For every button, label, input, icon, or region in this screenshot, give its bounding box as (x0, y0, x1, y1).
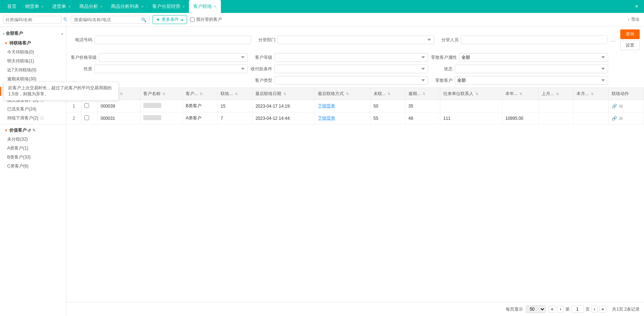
nature-select[interactable] (94, 65, 248, 73)
payment-select[interactable] (274, 65, 428, 73)
filter-row-1: 电话号码 分管部门 分管人员 … 查询 设置 (71, 29, 640, 50)
row2-link-icon[interactable]: 🔗 (612, 116, 617, 121)
current-page-input[interactable] (571, 306, 584, 313)
sidebar-item-class-c[interactable]: C类客户(6) (0, 162, 66, 171)
search-magnifier-icon[interactable]: 🔍 (141, 17, 147, 22)
nav-product-analysis-list[interactable]: 商品分析列表 × (107, 0, 148, 13)
uncontacted-header[interactable]: 未联... ⇅ (370, 88, 405, 100)
filter-row-2: 客户价格等级 客户等级 零散客户属性 全部 (71, 53, 640, 62)
my-customers-checkbox-area[interactable]: 我分管的客户 (190, 16, 222, 23)
query-button[interactable]: 查询 (620, 29, 640, 39)
filter-retail-customer-field: 零散客户 全部 (431, 76, 608, 85)
sidebar-item-class-a[interactable]: A类客户(1) (0, 144, 66, 153)
edit-icon[interactable]: ✎ (32, 128, 36, 133)
row2-contact-method-link[interactable]: 下销货单 (318, 115, 335, 121)
export-button[interactable]: ↑ 导出 (627, 16, 640, 23)
row2-checkbox-cell[interactable] (82, 112, 98, 124)
row1-type: B类客户 (183, 100, 218, 112)
manager-input[interactable] (461, 36, 607, 44)
chevron-up-icon: ▲ (180, 18, 184, 22)
per-page-select[interactable]: 50 20 100 (526, 305, 546, 313)
prev-page-button[interactable]: ‹ (557, 306, 564, 313)
nav-sales-order[interactable]: 销货单 × (21, 0, 48, 13)
sidebar-item-today-pending[interactable]: 今天待联络(0) (0, 48, 66, 57)
filter-row-4: ... 客户类型 零散客户 全部 (71, 76, 640, 85)
more-conditions-button[interactable]: ▼ 更多条件 ▲ (153, 15, 187, 24)
overdue-header[interactable]: 逾期... ⇅ (406, 88, 440, 100)
row1-contact-count: 15 (218, 100, 252, 112)
row1-checkbox[interactable] (84, 103, 89, 108)
customer-search-input[interactable] (74, 17, 141, 22)
customer-type-header[interactable]: 客户... ⇅ (183, 88, 218, 100)
department-select[interactable] (278, 36, 434, 44)
retail-customer-select[interactable]: 全部 (455, 76, 608, 85)
content-area: 🔍 ▼ 更多条件 ▲ 我分管的客户 ↑ 导出 电话号码 (66, 13, 644, 316)
reload-icon[interactable]: ↺ (27, 128, 31, 133)
contact-person-header[interactable]: 往来单位联系人 ⇅ (440, 88, 502, 100)
anomaly-tooltip: 距客户上次交易时长，超过了此客户的平均交易周期的1.5倍，则视为异常。 (4, 82, 119, 100)
filter-bar: 🔍 ▼ 更多条件 ▲ 我分管的客户 ↑ 导出 (66, 13, 644, 27)
close-purchase-order-icon[interactable]: × (68, 4, 70, 9)
next-page-button[interactable]: › (591, 306, 598, 313)
nav-customer-segmentation[interactable]: 客户分层经营 × (148, 0, 189, 13)
sidebar-item-unclassified[interactable]: 未分组(32) (0, 135, 66, 144)
sidebar-content: ▪ 全部客户 » ▼ 待联络客户 今天待联络(0) 明天待联络(1) 近7天待联… (0, 27, 66, 316)
sidebar-item-churned[interactable]: 已流失客户(24) (0, 105, 66, 114)
all-customers-header[interactable]: ▪ 全部客户 » (0, 28, 66, 39)
main-layout: 🔍 ▪ 全部客户 » ▼ 待联络客户 今天待联络(0) 明天待联络(1) 近7天… (0, 13, 644, 316)
row2-menu-icon[interactable]: ⊞ (619, 116, 623, 121)
sidebar-item-class-b[interactable]: B类客户(33) (0, 153, 66, 162)
row1-contact-method-link[interactable]: 下销货单 (318, 103, 335, 108)
row2-last-contact-method[interactable]: 下销货单 (315, 112, 371, 124)
my-customers-checkbox[interactable] (190, 17, 195, 22)
manager-more-icon[interactable]: … (609, 37, 617, 43)
row2-uncontacted: 55 (370, 112, 405, 124)
filter-status-field: 状态 (431, 65, 608, 73)
last-page-button[interactable]: » (599, 306, 607, 313)
category-search-input[interactable] (3, 16, 62, 24)
sidebar-group-pending-contact[interactable]: ▼ 待联络客户 (0, 39, 66, 48)
status-select[interactable] (455, 65, 608, 73)
nav-purchase-order[interactable]: 进货单 × (48, 0, 75, 13)
nav-product-analysis[interactable]: 商品分析 × (75, 0, 107, 13)
window-close-button[interactable]: × (632, 3, 641, 10)
price-level-select[interactable] (99, 53, 248, 62)
customer-name-header[interactable]: 客户名称 ⇅ (140, 88, 182, 100)
last-contact-method-header[interactable]: 最后联络方式 ⇅ (315, 88, 371, 100)
info-icon-3[interactable]: ⓘ (40, 116, 44, 120)
close-product-analysis-list-icon[interactable]: × (141, 4, 143, 9)
page-text: 第 (565, 306, 570, 312)
sidebar-item-declining[interactable]: 持续下滑客户(2) ⓘ (0, 114, 66, 123)
filter-customer-type-field: 客户类型 (251, 76, 428, 85)
row1-last-contact-method[interactable]: 下销货单 (315, 100, 371, 112)
close-customer-segmentation-icon[interactable]: × (182, 4, 185, 9)
nav-home[interactable]: 首页 (3, 0, 21, 13)
row1-name-blurred (143, 103, 161, 108)
customer-type-select[interactable] (274, 76, 428, 85)
sidebar-item-7days-pending[interactable]: 近7天待联络(0) (0, 66, 66, 75)
row1-checkbox-cell[interactable] (82, 100, 98, 112)
close-customer-contact-icon[interactable]: × (214, 4, 216, 9)
row2-contact-person: 111 (440, 112, 502, 124)
first-page-button[interactable]: « (548, 306, 556, 313)
this-month-header[interactable]: 本月... ⇅ (574, 88, 608, 100)
phone-input[interactable] (94, 36, 251, 44)
sidebar-group-value-customers[interactable]: ▼ 价值客户 ↺ ✎ (0, 126, 66, 135)
sidebar-divider-2 (0, 124, 66, 124)
nav-customer-contact[interactable]: 客户联络 × (189, 0, 221, 13)
collapse-icon: » (61, 32, 63, 36)
close-sales-order-icon[interactable]: × (41, 4, 43, 9)
close-product-analysis-icon[interactable]: × (100, 4, 102, 9)
row1-menu-icon[interactable]: ⊞ (619, 104, 623, 109)
settings-button[interactable]: 设置 (620, 41, 640, 50)
filter-phone-field: 电话号码 (71, 36, 251, 44)
last-month-header[interactable]: 上月... ⇅ (539, 88, 574, 100)
row1-link-icon[interactable]: 🔗 (612, 104, 617, 109)
this-year-header[interactable]: 本年... ⇅ (502, 88, 538, 100)
last-contact-date-header[interactable]: 最后联络日期 ⇅ (252, 88, 315, 100)
contact-count-header[interactable]: 联络... ⇅ (218, 88, 252, 100)
sidebar-item-tomorrow-pending[interactable]: 明天待联络(1) (0, 57, 66, 66)
customer-level-select[interactable] (274, 53, 428, 62)
row2-checkbox[interactable] (84, 115, 89, 120)
retail-attribute-select[interactable]: 全部 (459, 53, 608, 62)
